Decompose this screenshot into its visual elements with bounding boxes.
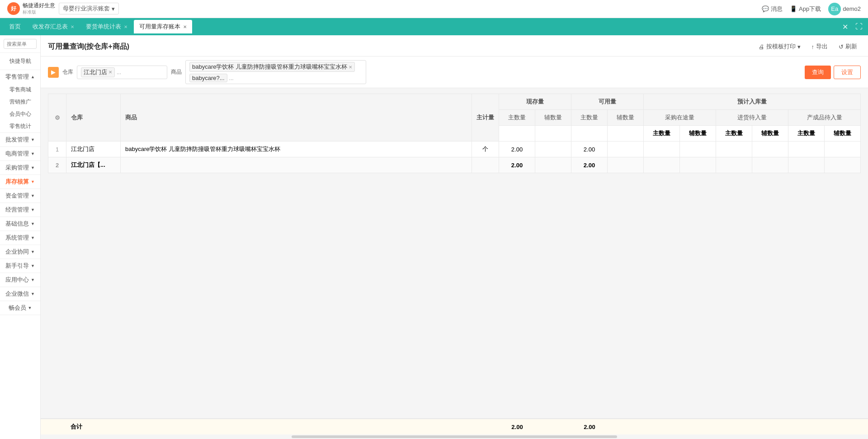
sidebar-section-enterprise: 企业协同 ▼ <box>0 245 40 259</box>
product-tag-1: babycare学饮杯 儿童防摔防撞吸管杯重力球吸嘴杯宝宝水杯 ✕ <box>189 62 355 72</box>
app-download-btn[interactable]: 📱 App下载 <box>790 5 821 13</box>
product-filter[interactable]: babycare学饮杯 儿童防摔防撞吸管杯重力球吸嘴杯宝宝水杯 ✕ babyca… <box>185 60 366 84</box>
sidebar-item-quick-nav[interactable]: 快捷导航 <box>0 55 40 68</box>
apps-label: 应用中心 <box>5 276 29 284</box>
sidebar-group-operation[interactable]: 经营管理 ▼ <box>0 203 40 217</box>
th-purchase-transit: 采购在途量 <box>644 110 716 126</box>
sidebar-group-ecommerce[interactable]: 电商管理 ▼ <box>0 147 40 160</box>
sidebar-group-finance[interactable]: 资金管理 ▼ <box>0 189 40 203</box>
print-chevron-icon: ▾ <box>797 43 801 50</box>
th-stock-aux: 辅数量 <box>535 110 571 126</box>
row2-inbound-aux <box>752 157 788 173</box>
query-button[interactable]: 查询 <box>805 66 831 79</box>
logo: 好 畅捷通好生意 标准版 <box>7 2 55 15</box>
th-available-main: 主数量 <box>571 110 608 126</box>
system-label: 系统管理 <box>5 234 29 242</box>
sidebar-group-inventory[interactable]: 库存核算 ▼ <box>0 175 40 189</box>
th-finished-aux: 辅数量 <box>825 126 861 142</box>
sidebar-group-purchase[interactable]: 采购管理 ▼ <box>0 161 40 175</box>
page-header: 可用量查询(按仓库+商品) 🖨 按模板打印 ▾ ↑ 导出 ↺ 刷新 <box>41 35 868 57</box>
tab-order-stats-close[interactable]: ✕ <box>124 24 127 29</box>
data-table: ⚙ 仓库 商品 主计量 现存量 可用量 预计入库量 主数量 辅数量 主数量 辅数… <box>48 94 861 173</box>
warehouse-filter[interactable]: 江北门店 ✕ ... <box>77 66 167 79</box>
product-tag-1-close[interactable]: ✕ <box>349 65 352 70</box>
sidebar-item-retail-mall[interactable]: 零售商城 <box>0 84 40 96</box>
member-icon: ▼ <box>28 306 32 310</box>
sidebar-group-enterprise[interactable]: 企业协同 ▼ <box>0 245 40 259</box>
sidebar-group-retail[interactable]: 零售管理 ▲ <box>0 70 40 84</box>
export-btn[interactable]: ↑ 导出 <box>808 41 832 52</box>
maximize-btn[interactable]: ⛶ <box>854 21 864 33</box>
tab-order-stats[interactable]: 要货单统计表 ✕ <box>80 20 133 33</box>
tab-receive-summary-close[interactable]: ✕ <box>71 24 74 29</box>
product-more[interactable]: ... <box>229 75 234 81</box>
filter-toggle-btn[interactable]: ▶ <box>48 67 59 78</box>
row2-finished-aux <box>825 157 861 173</box>
close-all-btn[interactable]: ✕ <box>840 21 850 33</box>
row1-purchase-main <box>644 142 680 157</box>
row1-unit: 个 <box>472 142 499 157</box>
user-menu[interactable]: Ea demo2 <box>828 3 861 15</box>
industry-select[interactable]: 母婴行业演示账套 ▾ <box>59 3 119 14</box>
product-tag-2: babycare?... <box>189 74 227 82</box>
sidebar-group-system[interactable]: 系统管理 ▼ <box>0 231 40 245</box>
sidebar-section-operation: 经营管理 ▼ <box>0 203 40 217</box>
table-body: 1 江北门店 babycare学饮杯 儿童防摔防撞吸管杯重力球吸嘴杯宝宝水杯 个… <box>48 142 861 173</box>
member-label: 畅会员 <box>9 304 26 312</box>
refresh-btn[interactable]: ↺ 刷新 <box>835 41 861 52</box>
tab-receive-summary[interactable]: 收发存汇总表 ✕ <box>27 20 80 33</box>
sidebar-group-member[interactable]: 畅会员 ▼ <box>0 301 40 315</box>
row2-stock-aux <box>535 157 571 173</box>
warehouse-more[interactable]: ... <box>117 69 121 76</box>
row1-product: babycare学饮杯 儿童防摔防撞吸管杯重力球吸嘴杯宝宝水杯 <box>121 142 472 157</box>
search-input[interactable] <box>4 39 37 49</box>
purchase-label: 采购管理 <box>5 164 29 172</box>
tab-bar: 首页 收发存汇总表 ✕ 要货单统计表 ✕ 可用量库存账本 ✕ ✕ ⛶ <box>0 18 868 35</box>
sidebar: 快捷导航 零售管理 ▲ 零售商城 营销推广 会员中心 零售统计 批发管理 ▼ 电… <box>0 35 41 439</box>
row1-finished-main <box>788 142 825 157</box>
sidebar-section-purchase: 采购管理 ▼ <box>0 161 40 175</box>
tab-available-ledger[interactable]: 可用量库存账本 ✕ <box>134 20 192 33</box>
tab-receive-summary-label: 收发存汇总表 <box>33 23 68 31</box>
row2-index: 2 <box>48 157 66 173</box>
th-inbound-main: 主数量 <box>716 126 752 142</box>
sidebar-group-guide[interactable]: 新手引导 ▼ <box>0 259 40 273</box>
row1-index: 1 <box>48 142 66 157</box>
finance-label: 资金管理 <box>5 192 29 200</box>
sidebar-section-retail: 零售管理 ▲ 零售商城 营销推广 会员中心 零售统计 <box>0 70 40 133</box>
table-header-row-1: ⚙ 仓库 商品 主计量 现存量 可用量 预计入库量 <box>48 94 861 110</box>
settings-button[interactable]: 设置 <box>834 66 861 79</box>
row1-inbound-main <box>716 142 752 157</box>
th-empty-4 <box>608 126 644 142</box>
sidebar-group-base[interactable]: 基础信息 ▼ <box>0 217 40 231</box>
th-finished-pending: 产成品待入量 <box>788 110 861 126</box>
th-settings[interactable]: ⚙ <box>48 94 66 142</box>
scroll-bar-wrap <box>41 434 868 439</box>
footer-label: 合计 <box>66 423 120 431</box>
sidebar-item-members[interactable]: 会员中心 <box>0 108 40 120</box>
sidebar-group-apps[interactable]: 应用中心 ▼ <box>0 273 40 287</box>
tab-home[interactable]: 首页 <box>4 20 26 33</box>
purchase-icon: ▼ <box>31 165 35 170</box>
tab-available-ledger-close[interactable]: ✕ <box>183 24 187 29</box>
tab-order-stats-label: 要货单统计表 <box>86 23 121 31</box>
sidebar-item-marketing[interactable]: 营销推广 <box>0 96 40 108</box>
export-icon: ↑ <box>811 43 815 50</box>
sidebar-group-wholesale[interactable]: 批发管理 ▼ <box>0 133 40 146</box>
warehouse-label: 仓库 <box>62 68 73 76</box>
th-finished-main: 主数量 <box>788 126 825 142</box>
page-actions: 🖨 按模板打印 ▾ ↑ 导出 ↺ 刷新 <box>755 41 861 52</box>
sidebar-group-wechat[interactable]: 企业微信 ▼ <box>0 287 40 301</box>
print-btn[interactable]: 🖨 按模板打印 ▾ <box>755 41 804 52</box>
sidebar-section-finance: 资金管理 ▼ <box>0 189 40 203</box>
message-btn[interactable]: 💬 消息 <box>762 5 783 13</box>
row1-stock-aux <box>535 142 571 157</box>
wechat-label: 企业微信 <box>5 290 29 298</box>
settings-icon[interactable]: ⚙ <box>55 114 60 121</box>
sidebar-item-retail-stats[interactable]: 零售统计 <box>0 120 40 132</box>
operation-label: 经营管理 <box>5 206 29 214</box>
apps-icon: ▼ <box>31 278 35 282</box>
download-icon: 📱 <box>790 5 797 12</box>
row1-inbound-aux <box>752 142 788 157</box>
warehouse-tag-close[interactable]: ✕ <box>108 70 112 75</box>
